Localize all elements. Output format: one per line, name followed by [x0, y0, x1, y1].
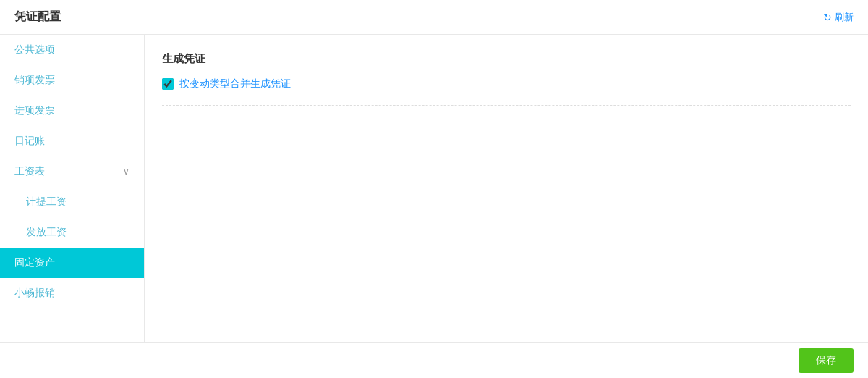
refresh-button[interactable]: ↻ 刷新 [823, 11, 854, 24]
sidebar-item-label: 销项发票 [14, 74, 55, 87]
sidebar-item-label: 进项发票 [14, 104, 55, 117]
section-divider [162, 105, 851, 106]
page-title: 凭证配置 [14, 9, 61, 25]
sidebar-item-label: 小畅报销 [14, 287, 55, 300]
refresh-icon: ↻ [823, 12, 832, 23]
checkbox-row: 按变动类型合并生成凭证 [162, 77, 851, 91]
sidebar-item-expense-report[interactable]: 小畅报销 [0, 278, 144, 308]
refresh-label: 刷新 [835, 11, 854, 24]
section-title: 生成凭证 [162, 52, 851, 66]
sidebar-item-sales-invoice[interactable]: 销项发票 [0, 65, 144, 96]
sidebar-item-purchase-invoice[interactable]: 进项发票 [0, 96, 144, 126]
page-wrapper: 凭证配置 ↻ 刷新 公共选项销项发票进项发票日记账工资表∨计提工资发放工资固定资… [0, 0, 868, 378]
sidebar-item-label: 公共选项 [14, 43, 55, 56]
merge-by-type-checkbox[interactable] [162, 78, 174, 90]
checkbox-label[interactable]: 按变动类型合并生成凭证 [179, 77, 291, 91]
sidebar-item-label: 发放工资 [26, 226, 67, 239]
page-footer: 保存 [0, 342, 868, 378]
sidebar-item-public-options[interactable]: 公共选项 [0, 35, 144, 65]
sidebar-item-fixed-assets[interactable]: 固定资产 [0, 248, 144, 278]
sidebar-item-label: 日记账 [14, 135, 45, 148]
sidebar-item-pay-wages[interactable]: 发放工资 [0, 217, 144, 248]
sidebar-item-label: 计提工资 [26, 196, 67, 209]
sidebar-item-payroll[interactable]: 工资表∨ [0, 156, 144, 187]
chevron-down-icon: ∨ [123, 167, 129, 177]
main-content: 公共选项销项发票进项发票日记账工资表∨计提工资发放工资固定资产小畅报销 生成凭证… [0, 35, 868, 342]
sidebar-item-journal[interactable]: 日记账 [0, 126, 144, 156]
sidebar-item-accrual-wages[interactable]: 计提工资 [0, 187, 144, 217]
sidebar: 公共选项销项发票进项发票日记账工资表∨计提工资发放工资固定资产小畅报销 [0, 35, 145, 342]
content-area: 生成凭证 按变动类型合并生成凭证 [145, 35, 868, 342]
sidebar-item-label: 工资表 [14, 165, 45, 178]
page-header: 凭证配置 ↻ 刷新 [0, 0, 868, 35]
sidebar-item-label: 固定资产 [14, 256, 55, 269]
save-button[interactable]: 保存 [799, 348, 854, 373]
